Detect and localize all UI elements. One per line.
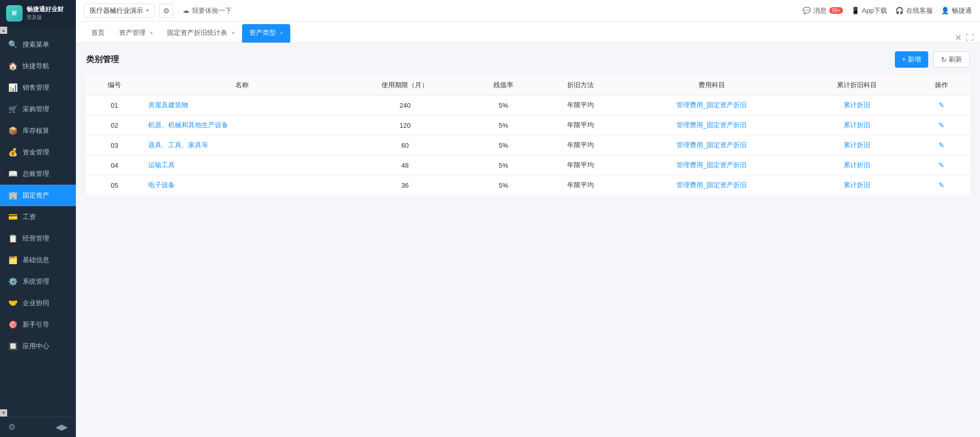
sidebar-icon-search: 🔍 — [8, 40, 17, 49]
cell-3: 5% — [469, 175, 538, 195]
sidebar-label-search: 搜索菜单 — [23, 40, 49, 49]
cell-4: 年限平均 — [538, 95, 623, 115]
sidebar-icon-inventory: 📦 — [8, 126, 17, 135]
tab-asset-mgmt[interactable]: 资产管理× — [112, 24, 160, 43]
table-col-名称: 名称 — [142, 75, 341, 95]
sidebar-item-ops[interactable]: 📋经营管理 — [0, 228, 76, 249]
sidebar-icon-payroll: 💳 — [8, 212, 17, 222]
sidebar-label-fixed: 固定资产 — [23, 191, 49, 200]
sidebar-item-ledger[interactable]: 📖总账管理 — [0, 163, 76, 185]
sidebar-item-funds[interactable]: 💰资金管理 — [0, 142, 76, 163]
cell-5: 管理费用_固定资产折旧 — [623, 115, 801, 135]
tab-asset-type[interactable]: 资产类型× — [242, 24, 290, 43]
experience-button[interactable]: ☁ 我要体验一下 — [177, 4, 237, 17]
table-row: 01房屋及建筑物2405%年限平均管理费用_固定资产折旧累计折旧✎ — [87, 95, 970, 115]
cell-1: 房屋及建筑物 — [142, 95, 341, 115]
user-avatar-icon: 👤 — [941, 7, 949, 14]
cell-0: 01 — [87, 95, 143, 115]
sidebar-label-guide: 新手引导 — [23, 320, 49, 329]
topbar-right: 💬 消息 99+ 📱 App下载 🎧 在线客服 👤 畅捷通 — [803, 6, 972, 15]
table-row: 05电子设备365%年限平均管理费用_固定资产折旧累计折旧✎ — [87, 175, 970, 195]
industry-selector[interactable]: 医疗器械行业演示 ▾ — [84, 4, 155, 18]
cell-5: 管理费用_固定资产折旧 — [623, 155, 801, 175]
cell-2: 240 — [342, 95, 469, 115]
table-row: 02机器、机械和其他生产设备1205%年限平均管理费用_固定资产折旧累计折旧✎ — [87, 115, 970, 135]
sidebar-icon-system: ⚙️ — [8, 277, 17, 286]
online-service-button[interactable]: 🎧 在线客服 — [895, 6, 933, 15]
refresh-button[interactable]: ↻ 刷新 — [933, 51, 970, 68]
sidebar-item-apps[interactable]: 🔲应用中心 — [0, 335, 76, 357]
page-title: 类别管理 — [86, 54, 119, 65]
sidebar-item-system[interactable]: ⚙️系统管理 — [0, 271, 76, 292]
asset-type-table: 编号名称使用期限（月）残值率折旧方法费用科目累计折旧科目操作 01房屋及建筑物2… — [86, 75, 970, 195]
sidebar-item-quicknav[interactable]: 🏠快捷导航 — [0, 55, 76, 77]
cell-4: 年限平均 — [538, 115, 623, 135]
tab-label-asset-type: 资产类型 — [249, 28, 276, 37]
tab-close-asset-type[interactable]: × — [280, 30, 283, 36]
page-header: 类别管理 + 新增 ↻ 刷新 — [86, 51, 970, 68]
service-icon: 🎧 — [895, 7, 904, 14]
sidebar-label-payroll: 工资 — [23, 212, 36, 222]
sidebar-icon-collab: 🤝 — [8, 299, 17, 308]
topbar-settings-icon[interactable]: ⚙ — [159, 4, 173, 18]
sidebar: 财 畅捷通好业财 普及版 ▲ 🔍搜索菜单🏠快捷导航📊销售管理🛒采购管理📦库存核算… — [0, 0, 76, 437]
sidebar-item-guide[interactable]: 🎯新手引导 — [0, 314, 76, 335]
collapse-icon[interactable]: ◀▶ — [55, 422, 68, 432]
table-col-操作: 操作 — [914, 75, 970, 95]
app-download-button[interactable]: 📱 App下载 — [851, 6, 887, 15]
expand-window-icon[interactable]: ⛶ — [966, 33, 974, 43]
cell-2: 120 — [342, 115, 469, 135]
close-window-icon[interactable]: ✕ — [955, 33, 962, 43]
sidebar-item-collab[interactable]: 🤝企业协同 — [0, 292, 76, 314]
download-icon: 📱 — [851, 7, 859, 14]
user-menu[interactable]: 👤 畅捷通 — [941, 6, 972, 15]
table-header: 编号名称使用期限（月）残值率折旧方法费用科目累计折旧科目操作 — [87, 75, 970, 95]
cell-6: 累计折旧 — [801, 155, 913, 175]
messages-button[interactable]: 💬 消息 99+ — [803, 6, 843, 15]
tab-label-depreciation-report: 固定资产折旧统计表 — [167, 28, 227, 37]
tab-home[interactable]: 首页 — [84, 24, 112, 43]
sidebar-icon-funds: 💰 — [8, 148, 17, 157]
cell-operation: ✎ — [914, 175, 970, 195]
sidebar-item-sales[interactable]: 📊销售管理 — [0, 77, 76, 98]
sidebar-icon-apps: 🔲 — [8, 342, 17, 351]
cell-6: 累计折旧 — [801, 95, 913, 115]
scroll-down-arrow[interactable]: ▼ — [0, 409, 7, 416]
settings-bottom-icon[interactable]: ⚙ — [8, 422, 15, 432]
edit-icon[interactable]: ✎ — [938, 101, 945, 109]
cell-1: 运输工具 — [142, 155, 341, 175]
scroll-up-arrow[interactable]: ▲ — [0, 27, 7, 34]
industry-chevron-icon: ▾ — [146, 7, 149, 14]
tab-depreciation-report[interactable]: 固定资产折旧统计表× — [160, 24, 242, 43]
sidebar-item-inventory[interactable]: 📦库存核算 — [0, 120, 76, 142]
sidebar-item-fixed[interactable]: 🏢固定资产 — [0, 185, 76, 206]
cell-4: 年限平均 — [538, 155, 623, 175]
cell-5: 管理费用_固定资产折旧 — [623, 135, 801, 155]
new-button[interactable]: + 新增 — [895, 51, 928, 68]
sidebar-label-collab: 企业协同 — [23, 299, 49, 308]
sidebar-item-basic[interactable]: 🗂️基础信息 — [0, 249, 76, 271]
cell-6: 累计折旧 — [801, 115, 913, 135]
edit-icon[interactable]: ✎ — [938, 181, 945, 189]
table-col-残值率: 残值率 — [469, 75, 538, 95]
sidebar-icon-ops: 📋 — [8, 234, 17, 243]
tab-close-depreciation-report[interactable]: × — [231, 30, 234, 36]
tab-close-asset-mgmt[interactable]: × — [150, 30, 153, 36]
sidebar-item-search[interactable]: 🔍搜索菜单 — [0, 34, 76, 55]
sidebar-label-ops: 经营管理 — [23, 234, 49, 243]
cell-operation: ✎ — [914, 135, 970, 155]
messages-badge: 99+ — [829, 7, 843, 14]
sidebar-icon-sales: 📊 — [8, 83, 17, 92]
edit-icon[interactable]: ✎ — [938, 121, 945, 129]
sidebar-item-payroll[interactable]: 💳工资 — [0, 206, 76, 228]
edit-icon[interactable]: ✎ — [938, 141, 945, 149]
header-actions: + 新增 ↻ 刷新 — [895, 51, 970, 68]
logo-sub: 普及版 — [27, 14, 64, 21]
cell-6: 累计折旧 — [801, 175, 913, 195]
refresh-icon: ↻ — [941, 56, 947, 64]
edit-icon[interactable]: ✎ — [938, 161, 945, 169]
sidebar-label-basic: 基础信息 — [23, 255, 49, 265]
page-content: 类别管理 + 新增 ↻ 刷新 编号名称使用期限（月）残值率折旧方法费用科目累计折… — [76, 43, 980, 437]
sidebar-item-purchase[interactable]: 🛒采购管理 — [0, 98, 76, 120]
table-col-折旧方法: 折旧方法 — [538, 75, 623, 95]
